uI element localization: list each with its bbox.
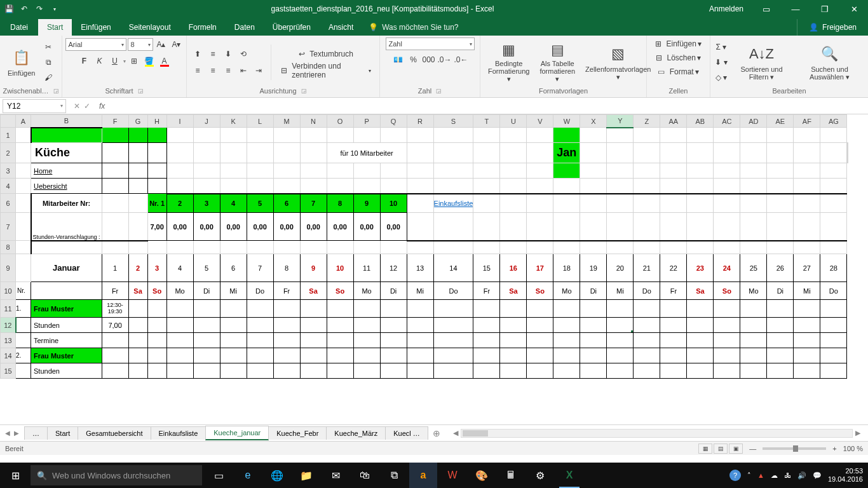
col-header[interactable]: J	[193, 115, 220, 128]
cell[interactable]	[660, 363, 687, 379]
cell[interactable]	[16, 213, 31, 241]
cell[interactable]	[273, 163, 300, 179]
cell[interactable]	[607, 163, 634, 179]
align-right-icon[interactable]: ≡	[221, 64, 235, 78]
cell[interactable]	[714, 333, 740, 348]
cell[interactable]	[407, 179, 433, 194]
view-normal-icon[interactable]: ▦	[698, 444, 712, 454]
save-icon[interactable]: 💾	[4, 4, 14, 14]
percent-icon[interactable]: %	[406, 53, 420, 67]
cell[interactable]	[714, 163, 740, 179]
cell[interactable]	[660, 143, 687, 163]
cell[interactable]	[580, 179, 607, 194]
cell[interactable]	[407, 213, 433, 241]
cell[interactable]	[273, 300, 300, 318]
cell[interactable]	[220, 163, 247, 179]
sheet-tab-feb[interactable]: Kueche_Febr	[268, 426, 327, 440]
cell[interactable]	[580, 333, 607, 348]
indent-dec-icon[interactable]: ⇤	[236, 64, 250, 78]
cell[interactable]	[553, 213, 580, 241]
italic-button[interactable]: K	[93, 54, 107, 68]
cell[interactable]	[794, 213, 820, 241]
underline-button[interactable]: U	[108, 54, 122, 68]
cell[interactable]	[687, 348, 714, 363]
align-bottom-icon[interactable]: ⬇	[221, 47, 235, 61]
cell[interactable]	[607, 333, 634, 348]
cell[interactable]	[247, 333, 273, 348]
mail-icon[interactable]: ✉	[322, 463, 349, 488]
cell[interactable]	[327, 348, 353, 363]
cell[interactable]	[407, 194, 433, 213]
col-header[interactable]: L	[247, 115, 273, 128]
tab-nav-prev-icon[interactable]: ◀	[5, 430, 10, 437]
cell[interactable]	[128, 348, 147, 363]
cell[interactable]	[687, 163, 714, 179]
sheet-tab-mar[interactable]: Kueche_März	[326, 426, 386, 440]
ribbon-options-icon[interactable]: ▭	[752, 0, 780, 18]
maximize-button[interactable]: ❐	[811, 0, 839, 18]
cell[interactable]	[527, 194, 553, 213]
cell[interactable]	[500, 213, 527, 241]
cell[interactable]	[16, 143, 31, 163]
cell[interactable]	[300, 300, 327, 318]
cell[interactable]	[580, 363, 607, 379]
col-header[interactable]: M	[273, 115, 300, 128]
dialog-launcher-icon[interactable]: ◲	[53, 88, 59, 94]
cell[interactable]	[553, 241, 580, 254]
cell[interactable]	[128, 194, 147, 213]
cell[interactable]	[353, 348, 380, 363]
format-as-table-button[interactable]: ▤Als Tabelle formatieren ▾	[536, 41, 579, 83]
cell[interactable]	[553, 194, 580, 213]
enter-formula-icon[interactable]: ✓	[84, 102, 90, 111]
select-all-corner[interactable]	[1, 115, 16, 128]
cell[interactable]	[687, 213, 714, 241]
start-button[interactable]: ⊞	[0, 463, 31, 488]
cell[interactable]	[407, 333, 433, 348]
cell[interactable]	[433, 128, 473, 143]
col-header[interactable]: P	[353, 115, 380, 128]
cell[interactable]	[660, 194, 687, 213]
cell[interactable]	[193, 333, 220, 348]
onedrive-icon[interactable]: ☁	[771, 471, 778, 480]
cell[interactable]	[193, 363, 220, 379]
cell[interactable]	[820, 128, 847, 143]
cell[interactable]	[527, 241, 553, 254]
cell[interactable]	[193, 241, 220, 254]
col-header[interactable]: Z	[634, 115, 660, 128]
cell[interactable]	[273, 143, 300, 163]
cell[interactable]	[660, 300, 687, 318]
cell[interactable]	[473, 128, 500, 143]
cell[interactable]	[300, 348, 327, 363]
cell[interactable]	[273, 318, 300, 333]
cell[interactable]	[193, 128, 220, 143]
cell[interactable]	[247, 241, 273, 254]
tab-view[interactable]: Ansicht	[320, 19, 362, 36]
cell[interactable]	[580, 213, 607, 241]
taskbar-search[interactable]: 🔍Web und Windows durchsuchen	[31, 465, 202, 485]
cell[interactable]	[353, 179, 380, 194]
cell[interactable]	[102, 241, 128, 254]
cell[interactable]	[607, 143, 634, 163]
fill-icon[interactable]: ⬇ ▾	[714, 55, 728, 69]
row-header[interactable]: 12	[1, 318, 16, 333]
cell[interactable]	[527, 213, 553, 241]
tab-layout[interactable]: Seitenlayout	[120, 19, 180, 36]
cell[interactable]	[247, 128, 273, 143]
hscroll-left-icon[interactable]: ◀	[451, 429, 461, 437]
amazon-icon[interactable]: a	[409, 463, 437, 488]
font-color-icon[interactable]: A	[158, 54, 172, 68]
taskbar-clock[interactable]: 20:5319.04.2016	[828, 467, 863, 484]
col-header[interactable]: AA	[660, 115, 687, 128]
cell[interactable]	[193, 348, 220, 363]
cell[interactable]	[300, 128, 327, 143]
cell[interactable]	[166, 128, 193, 143]
cell[interactable]	[147, 300, 166, 318]
cell[interactable]	[767, 241, 794, 254]
row-header[interactable]: 13	[1, 333, 16, 348]
cell[interactable]	[220, 179, 247, 194]
cell[interactable]	[767, 194, 794, 213]
cell[interactable]	[500, 179, 527, 194]
cell[interactable]	[500, 143, 527, 163]
cell[interactable]	[102, 363, 128, 379]
col-header[interactable]: H	[147, 115, 166, 128]
